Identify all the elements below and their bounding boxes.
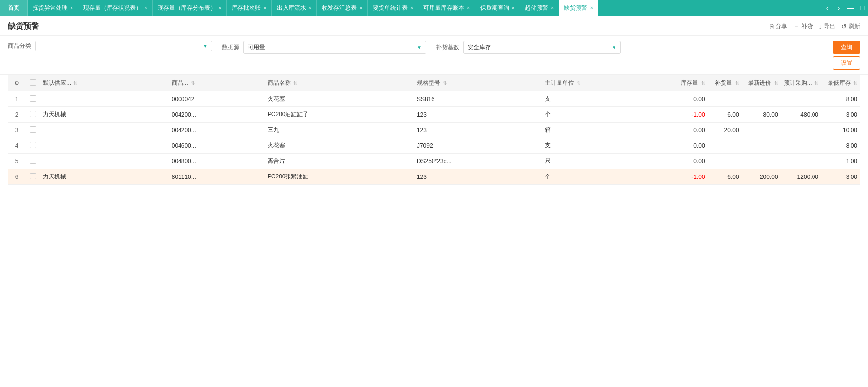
- tab-inventory-status[interactable]: 现存量（库存状况表） ×: [78, 0, 152, 16]
- tab-summary[interactable]: 收发存汇总表 ×: [317, 0, 367, 16]
- row-spec-3: J7092: [414, 138, 542, 154]
- close-tab-overstock[interactable]: ×: [551, 5, 554, 11]
- tab-picking[interactable]: 拣货异常处理 ×: [28, 0, 78, 16]
- col-header-minstock: 最低库存 ⇅: [821, 75, 860, 91]
- row-check-1[interactable]: [25, 107, 40, 123]
- row-purchase-0: [781, 91, 821, 107]
- row-unit-3: 支: [542, 138, 674, 154]
- row-check-3[interactable]: [25, 138, 40, 154]
- close-tab-inv-status[interactable]: ×: [144, 5, 147, 11]
- row-price-1: 80.00: [742, 107, 781, 123]
- row-checkbox-1[interactable]: [30, 111, 36, 117]
- tab-home[interactable]: 首页: [0, 0, 28, 16]
- col-header-stock: 库存量 ⇅: [674, 75, 708, 91]
- row-minstock-4: 1.00: [821, 154, 860, 169]
- row-unit-4: 只: [542, 154, 674, 169]
- tab-shortage[interactable]: 缺货预警 ×: [559, 0, 598, 16]
- query-button[interactable]: 查询: [833, 41, 860, 54]
- row-code-0: 0000042: [169, 91, 265, 107]
- sort-purchase-icon: ⇅: [814, 80, 818, 86]
- sort-price-icon: ⇅: [774, 80, 778, 86]
- row-price-4: [742, 154, 781, 169]
- replenish-button[interactable]: ＋ 补货: [793, 22, 813, 31]
- row-check-0[interactable]: [25, 91, 40, 107]
- col-header-gear[interactable]: ⚙: [8, 75, 25, 91]
- row-minstock-1: 3.00: [821, 107, 860, 123]
- table-row: 5 004800... 离合片 DS250*23c... 只 0.00 1.00: [8, 154, 860, 169]
- row-stock-0: 0.00: [674, 91, 708, 107]
- tab-overstock[interactable]: 超储预警 ×: [520, 0, 559, 16]
- col-header-code: 商品... ⇅: [169, 75, 265, 91]
- row-check-2[interactable]: [25, 123, 40, 138]
- settings-button[interactable]: 设置: [833, 56, 860, 70]
- row-checkbox-2[interactable]: [30, 126, 36, 133]
- sort-unit-icon: ⇅: [577, 80, 580, 86]
- col-header-replenish: 补货量 ⇅: [708, 75, 742, 91]
- category-select[interactable]: ▼: [35, 41, 212, 51]
- datasource-select[interactable]: 可用量 ▼: [243, 41, 426, 54]
- close-tab-expiry[interactable]: ×: [512, 5, 515, 11]
- base-arrow-icon: ▼: [612, 45, 616, 50]
- close-tab-batch[interactable]: ×: [263, 5, 266, 11]
- category-label: 商品分类: [8, 42, 31, 50]
- tab-maximize-button[interactable]: □: [856, 2, 868, 14]
- row-unit-0: 支: [542, 91, 674, 107]
- close-tab-summary[interactable]: ×: [359, 5, 362, 11]
- close-tab-picking[interactable]: ×: [70, 5, 73, 11]
- sort-replenish-icon: ⇅: [735, 80, 739, 86]
- close-tab-inv-dist[interactable]: ×: [218, 5, 221, 11]
- row-code-1: 004200...: [169, 107, 265, 123]
- row-code-5: 801110...: [169, 169, 265, 185]
- tab-available[interactable]: 可用量库存账本 ×: [418, 0, 475, 16]
- base-label: 补货基数: [436, 43, 459, 52]
- tab-next-button[interactable]: ›: [833, 2, 845, 14]
- row-stock-4: 0.00: [674, 154, 708, 169]
- row-checkbox-0[interactable]: [30, 95, 36, 102]
- row-spec-4: DS250*23c...: [414, 154, 542, 169]
- row-supplier-0: [40, 91, 169, 107]
- row-stock-5: -1.00: [674, 169, 708, 185]
- row-check-4[interactable]: [25, 154, 40, 169]
- tab-inventory-dist[interactable]: 现存量（库存分布表） ×: [153, 0, 227, 16]
- row-checkbox-5[interactable]: [30, 173, 36, 179]
- header-actions: ⎘ 分享 ＋ 补货 ↓ 导出 ↺ 刷新: [770, 22, 861, 31]
- row-stock-1: -1.00: [674, 107, 708, 123]
- tab-minimize-button[interactable]: —: [845, 2, 856, 14]
- row-index-0: 1: [8, 91, 25, 107]
- row-check-5[interactable]: [25, 169, 40, 185]
- row-checkbox-4[interactable]: [30, 158, 36, 164]
- close-tab-available[interactable]: ×: [467, 5, 470, 11]
- tab-expiry[interactable]: 保质期查询 ×: [475, 0, 520, 16]
- base-filter-group: 补货基数 安全库存 ▼: [436, 41, 621, 54]
- row-spec-2: 123: [414, 123, 542, 138]
- col-header-check[interactable]: [25, 75, 40, 91]
- close-tab-flow[interactable]: ×: [308, 5, 311, 11]
- share-button[interactable]: ⎘ 分享: [770, 22, 787, 31]
- datasource-arrow-icon: ▼: [417, 45, 422, 50]
- tab-nav-buttons: ‹ › — □: [821, 2, 868, 14]
- row-name-5: PC200张紧油缸: [265, 169, 414, 185]
- tab-flow[interactable]: 出入库流水 ×: [272, 0, 317, 16]
- sort-spec-icon: ⇅: [443, 80, 447, 86]
- row-name-1: PC200油缸缸子: [265, 107, 414, 123]
- tab-prev-button[interactable]: ‹: [821, 2, 833, 14]
- row-minstock-2: 10.00: [821, 123, 860, 138]
- row-replenish-2: 20.00: [708, 123, 742, 138]
- filter-buttons: 查询 设置: [833, 41, 860, 70]
- row-supplier-4: [40, 154, 169, 169]
- row-price-3: [742, 138, 781, 154]
- header-checkbox[interactable]: [30, 79, 36, 86]
- row-replenish-0: [708, 91, 742, 107]
- close-tab-shortage[interactable]: ×: [590, 5, 593, 11]
- tab-order-stat[interactable]: 要货单统计表 ×: [368, 0, 418, 16]
- export-button[interactable]: ↓ 导出: [819, 22, 836, 31]
- base-select[interactable]: 安全库存 ▼: [463, 41, 621, 54]
- refresh-button[interactable]: ↺ 刷新: [841, 22, 860, 31]
- close-tab-order-stat[interactable]: ×: [410, 5, 413, 11]
- main-content: 缺货预警 ⎘ 分享 ＋ 补货 ↓ 导出 ↺ 刷新 商品分类: [0, 16, 868, 387]
- tab-batch[interactable]: 库存批次账 ×: [227, 0, 271, 16]
- sort-stock-icon: ⇅: [701, 80, 705, 86]
- row-minstock-3: 8.00: [821, 138, 860, 154]
- row-checkbox-3[interactable]: [30, 142, 36, 148]
- replenish-icon: ＋: [793, 22, 799, 31]
